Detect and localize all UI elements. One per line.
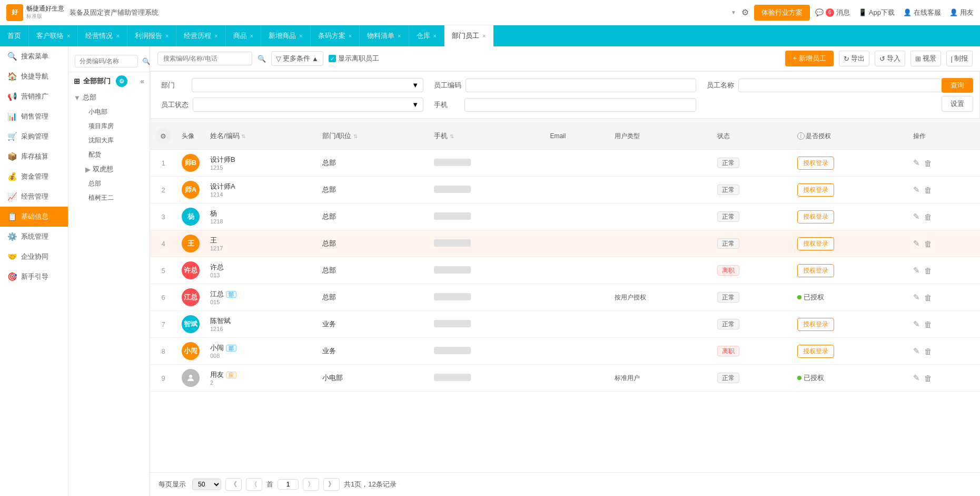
tab-customer-close-icon[interactable]: × [67,33,70,39]
auth-login-button[interactable]: 授权登录 [797,210,834,223]
export-button[interactable]: ↻ 导出 [839,51,869,66]
view-button[interactable]: ⊞ 视景 [910,51,941,66]
more-filter-button[interactable]: ▽ 更多条件 ▲ [271,51,323,66]
dept-item-project[interactable]: 项目库房 [80,119,150,133]
sidebar-item-sales[interactable]: 📊 销售管理 [0,106,68,127]
dept-filter-select[interactable]: ▼ [192,78,423,92]
edit-button[interactable]: ✎ [913,373,920,383]
tab-profit-close-icon[interactable]: × [165,33,169,39]
th-phone[interactable]: 手机 ⇅ [429,123,545,150]
sidebar-item-search[interactable]: 🔍 搜索菜单 [0,46,68,66]
app-download-button[interactable]: 📱 App下载 [858,8,895,17]
dept-tree-settings-icon[interactable]: ⚙ [116,75,127,87]
edit-button[interactable]: ✎ [913,346,920,356]
tab-employees-close-icon[interactable]: × [482,33,486,39]
dept-tree-collapse-icon[interactable]: « [140,77,144,85]
delete-button[interactable]: 🗑 [924,374,932,383]
reset-button[interactable]: 设置 [942,96,973,112]
tab-home[interactable]: 首页 [0,25,29,46]
dept-item-plant[interactable]: 植树王二 [80,191,150,205]
edit-button[interactable]: ✎ [913,185,920,194]
employee-search-icon[interactable]: 🔍 [258,55,266,63]
next-page-button[interactable]: 〉 [303,478,319,491]
dept-tree-group-head[interactable]: ▼ 总部 [68,90,150,105]
sidebar-item-finance[interactable]: 💰 资金管理 [0,167,68,187]
tab-warehouse-close-icon[interactable]: × [433,33,437,39]
sidebar-item-inventory[interactable]: 📦 库存核算 [0,147,68,167]
tab-operations[interactable]: 经营情况 × [78,25,127,46]
status-filter-select[interactable]: ▼ [193,98,423,112]
sidebar-item-marketing[interactable]: 📢 营销推广 [0,86,68,106]
table-settings-icon[interactable]: ⚙ [155,128,171,144]
dept-item-small-elec[interactable]: 小电部 [80,105,150,119]
edit-button[interactable]: ✎ [913,319,920,329]
delete-button[interactable]: 🗑 [924,212,932,221]
print-button[interactable]: | 制报 [946,51,973,66]
th-dept[interactable]: 部门/职位 ⇅ [317,123,429,150]
dept-sort-icon[interactable]: ⇅ [353,133,358,139]
tab-history[interactable]: 经营历程 × [176,25,225,46]
edit-button[interactable]: ✎ [913,266,920,275]
edit-button[interactable]: ✎ [913,212,920,221]
import-button[interactable]: ↺ 导入 [875,51,905,66]
delete-button[interactable]: 🗑 [924,266,932,275]
auth-login-button[interactable]: 授权登录 [797,318,834,331]
edit-button[interactable]: ✎ [913,158,920,168]
tab-barcode-close-icon[interactable]: × [349,33,352,39]
online-service-button[interactable]: 👤 在线客服 [903,8,941,17]
phone-input[interactable] [464,98,696,112]
query-button[interactable]: 查询 [942,78,973,93]
delete-button[interactable]: 🗑 [924,347,932,356]
sidebar-item-basic[interactable]: 📋 基础信息 [0,207,68,227]
delete-button[interactable]: 🗑 [924,186,932,194]
tab-warehouse[interactable]: 仓库 × [409,25,444,46]
dept-tree-group-double[interactable]: ▶ 双虎想 [80,162,150,177]
sidebar-item-quicknav[interactable]: 🏠 快捷导航 [0,66,68,86]
auth-login-button[interactable]: 授权登录 [797,157,834,170]
tab-add-goods-close-icon[interactable]: × [299,33,302,39]
dept-item-shenyang[interactable]: 沈阳大库 [80,133,150,148]
dept-item-distribution[interactable]: 配货 [80,148,150,162]
edit-button[interactable]: ✎ [913,239,920,248]
edit-button[interactable]: ✎ [913,293,920,302]
sidebar-item-purchase[interactable]: 🛒 采购管理 [0,127,68,147]
tab-goods[interactable]: 商品 × [226,25,261,46]
settings-gear-icon[interactable]: ⚙ [741,7,749,17]
message-button[interactable]: 💬 6 消息 [815,8,850,17]
tab-profit[interactable]: 利润报告 × [127,25,176,46]
phone-sort-icon[interactable]: ⇅ [450,133,454,139]
auth-login-button[interactable]: 授权登录 [797,345,834,358]
tab-customer[interactable]: 客户联络 × [29,25,78,46]
add-employee-button[interactable]: + 新增员工 [785,51,833,66]
sidebar-item-operation[interactable]: 📈 经营管理 [0,187,68,207]
sidebar-item-collab[interactable]: 🤝 企业协同 [0,247,68,267]
user-area[interactable]: 👤 用友 [949,8,974,17]
emp-code-input[interactable] [466,79,696,92]
tab-bom-close-icon[interactable]: × [398,33,401,39]
show-resigned-checkbox[interactable]: ✓ 显示离职员工 [329,54,379,63]
name-sort-icon[interactable]: ⇅ [241,133,245,139]
auth-login-button[interactable]: 授权登录 [797,264,834,277]
page-number-input[interactable] [278,479,299,490]
sidebar-item-system[interactable]: ⚙️ 系统管理 [0,227,68,247]
auth-login-button[interactable]: 授权登录 [797,237,834,250]
th-settings[interactable]: ⚙ [150,123,176,150]
last-page-button[interactable]: 》 [323,478,340,491]
tab-bom[interactable]: 物料清单 × [360,25,409,46]
tab-add-goods[interactable]: 新增商品 × [261,25,310,46]
tab-operations-close-icon[interactable]: × [116,33,119,39]
dept-search-icon[interactable]: 🔍 [142,57,150,65]
dept-item-head[interactable]: 总部 [80,177,150,191]
delete-button[interactable]: 🗑 [924,293,932,302]
delete-button[interactable]: 🗑 [924,320,932,329]
delete-button[interactable]: 🗑 [924,239,932,248]
system-title-chevron-icon[interactable]: ▼ [731,9,736,15]
emp-name-input[interactable] [738,79,969,92]
first-page-button[interactable]: 《 [225,478,242,491]
auth-login-button[interactable]: 授权登录 [797,183,834,197]
trial-button[interactable]: 体验行业方案 [754,5,810,21]
tab-history-close-icon[interactable]: × [214,33,217,39]
th-name-code[interactable]: 姓名/编码 ⇅ [205,123,317,150]
tab-goods-close-icon[interactable]: × [250,33,253,39]
prev-page-button[interactable]: 〈 [246,478,262,491]
